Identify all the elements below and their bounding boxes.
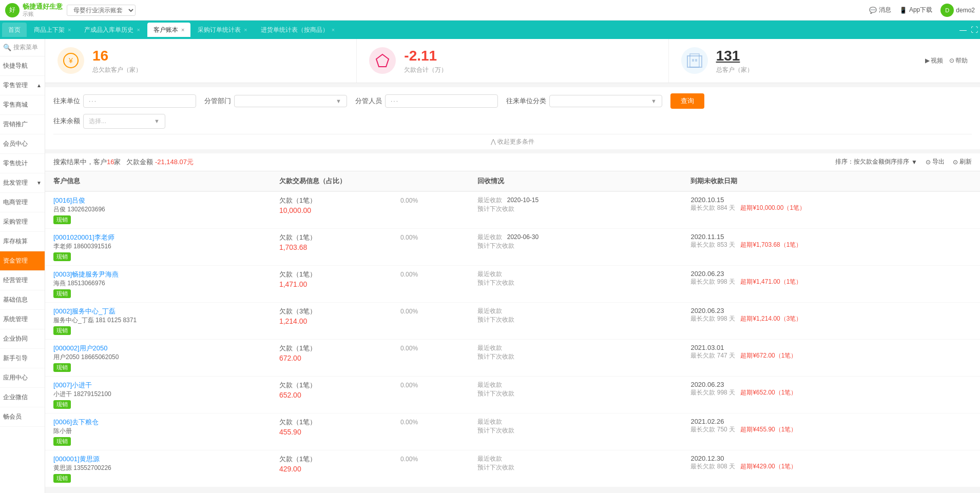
sidebar-item-basic-info[interactable]: 基础信息 bbox=[0, 290, 45, 310]
debt-amount[interactable]: 672.00 bbox=[279, 354, 384, 362]
sidebar-item-retail-shop[interactable]: 零售商城 bbox=[0, 95, 45, 115]
overdue-link[interactable]: 超期¥1,214.00（3笔） bbox=[740, 315, 802, 322]
sidebar-item-ecommerce[interactable]: 电商管理 bbox=[0, 193, 45, 212]
close-icon[interactable]: × bbox=[68, 27, 71, 33]
sidebar-item-finance[interactable]: 资金管理 bbox=[0, 251, 45, 271]
debt-amount[interactable]: 1,703.68 bbox=[279, 243, 384, 251]
wholesale-label: 批发管理 bbox=[3, 179, 28, 187]
video-label: 视频 bbox=[931, 56, 943, 65]
collapse-filter-btn[interactable]: ⋀ 收起更多条件 bbox=[53, 134, 972, 149]
app-download-action[interactable]: 📱 App下载 bbox=[899, 6, 932, 14]
person-input[interactable]: ··· bbox=[385, 94, 498, 108]
tab-home-label: 首页 bbox=[8, 26, 21, 34]
video-action[interactable]: ▶ 视频 bbox=[925, 56, 943, 65]
close-icon[interactable]: × bbox=[181, 27, 184, 33]
customer-name[interactable]: [0007]小进干 bbox=[53, 381, 263, 390]
close-icon[interactable]: × bbox=[244, 27, 247, 33]
minimize-icon[interactable]: — bbox=[959, 26, 967, 34]
debt-amount[interactable]: 455.90 bbox=[279, 428, 384, 436]
customer-name[interactable]: [0006]去下粮仓 bbox=[53, 418, 263, 427]
customer-name[interactable]: [0016]吕俊 bbox=[53, 196, 263, 205]
sidebar-item-inventory[interactable]: 库存核算 bbox=[0, 232, 45, 251]
sidebar-item-wechat[interactable]: 企业微信 bbox=[0, 388, 45, 407]
close-icon[interactable]: × bbox=[137, 27, 140, 33]
debt-count: 欠款（1笔） bbox=[279, 270, 384, 279]
sidebar-item-quick-nav[interactable]: 快捷导航 bbox=[0, 56, 45, 76]
balance-select[interactable]: 选择... ▼ bbox=[83, 114, 165, 129]
overdue-link[interactable]: 超期¥672.00（1笔） bbox=[740, 352, 797, 359]
customer-cell: [0006]去下粮仓 陈小册 现销 bbox=[45, 413, 271, 450]
debt-amount-summary: -21,148.07元 bbox=[155, 158, 194, 166]
source-unit-input[interactable]: ··· bbox=[83, 94, 196, 108]
tab-customer-account[interactable]: 客户账本 × bbox=[147, 23, 190, 37]
customer-name[interactable]: [0003]畅捷服务尹海燕 bbox=[53, 270, 263, 279]
sidebar-item-business[interactable]: 经营管理 bbox=[0, 271, 45, 290]
collect-cell: 最近收款 预计下次收款 bbox=[469, 450, 645, 487]
debt-amount[interactable]: 1,471.00 bbox=[279, 280, 384, 288]
tab-goods-stats[interactable]: 进货单统计表（按商品） × bbox=[255, 23, 341, 37]
sidebar-item-member[interactable]: 会员中心 bbox=[0, 134, 45, 154]
filter-dots: ··· bbox=[391, 97, 399, 105]
customer-name[interactable]: [000001]黄思源 bbox=[53, 455, 263, 464]
help-action[interactable]: ⊙ 帮助 bbox=[949, 56, 968, 65]
customer-name[interactable]: [0002]服务中心_丁磊 bbox=[53, 307, 263, 316]
filter-balance: 往来余额 选择... ▼ bbox=[53, 114, 165, 129]
sidebar-item-retail-stats[interactable]: 零售统计 bbox=[0, 154, 45, 173]
sidebar-item-system[interactable]: 系统管理 bbox=[0, 310, 45, 329]
industry-selector[interactable]: 母婴行业演示账套 bbox=[67, 5, 136, 16]
sidebar-item-retail-mgmt[interactable]: 零售管理 ▲ bbox=[0, 76, 45, 95]
customer-cell: [0007]小进干 小进干 18279152100 现销 bbox=[45, 376, 271, 413]
sidebar: 🔍 搜索菜单 快捷导航 零售管理 ▲ 零售商城 营销推广 会员中心 零售统计 批… bbox=[0, 39, 45, 493]
debt-amount[interactable]: 652.00 bbox=[279, 391, 384, 399]
query-button[interactable]: 查询 bbox=[670, 93, 704, 109]
tab-purchase-stats[interactable]: 采购订单统计表 × bbox=[191, 23, 253, 37]
stat-card-total-customers: 131 总客户（家） ▶ 视频 ⊙ 帮助 bbox=[669, 39, 980, 83]
tab-production-history[interactable]: 产成品入库单历史 × bbox=[78, 23, 146, 37]
tab-home[interactable]: 首页 bbox=[2, 23, 27, 37]
logo-area: 好 畅捷通好生意 示账 bbox=[5, 3, 63, 17]
maximize-icon[interactable]: ⛶ bbox=[971, 26, 978, 34]
close-icon[interactable]: × bbox=[332, 27, 335, 33]
refresh-action[interactable]: ⊙ 刷新 bbox=[953, 157, 972, 166]
overdue-link[interactable]: 超期¥1,703.68（1笔） bbox=[740, 241, 802, 248]
customer-name[interactable]: [0001020001]李老师 bbox=[53, 233, 263, 242]
sidebar-item-newbie[interactable]: 新手引导 bbox=[0, 349, 45, 368]
unit-category-select[interactable]: ▼ bbox=[549, 95, 662, 107]
tab-product-listing[interactable]: 商品上下架 × bbox=[28, 23, 77, 37]
next-collect: 预计下次收款 bbox=[477, 205, 637, 213]
sidebar-item-wholesale[interactable]: 批发管理 ▼ bbox=[0, 173, 45, 193]
overdue-link[interactable]: 超期¥10,000.00（1笔） bbox=[740, 204, 805, 211]
sidebar-item-purchase[interactable]: 采购管理 bbox=[0, 212, 45, 232]
purchase-label: 采购管理 bbox=[3, 218, 28, 226]
debt-amount[interactable]: 429.00 bbox=[279, 465, 384, 473]
person-label: 分管人员 bbox=[355, 96, 382, 106]
debt-info-cell: 欠款（1笔） 455.90 bbox=[271, 413, 392, 450]
customer-name[interactable]: [000002]用户2050 bbox=[53, 344, 263, 353]
filter-dept: 分管部门 ▼ bbox=[204, 95, 347, 107]
col-header-customer: 客户信息 bbox=[45, 171, 271, 191]
overdue-link[interactable]: 超期¥455.90（1笔） bbox=[740, 426, 797, 433]
overdue-link[interactable]: 超期¥429.00（1笔） bbox=[740, 463, 797, 470]
avatar: D bbox=[940, 4, 954, 17]
overdue-link[interactable]: 超期¥652.00（1笔） bbox=[740, 389, 797, 396]
sort-selector[interactable]: 排序：按欠款金额倒序排序 ▼ bbox=[835, 157, 917, 166]
sidebar-item-member2[interactable]: 畅会员 bbox=[0, 407, 45, 427]
collect-cell: 最近收款 预计下次收款 bbox=[469, 339, 645, 376]
user-action[interactable]: D demo2 bbox=[940, 4, 975, 17]
debt-info-cell: 欠款（1笔） 10,000.00 bbox=[271, 191, 392, 229]
sidebar-item-enterprise[interactable]: 企业协同 bbox=[0, 329, 45, 349]
export-action[interactable]: ⊙ 导出 bbox=[926, 157, 945, 166]
dept-select[interactable]: ▼ bbox=[234, 95, 347, 107]
sidebar-search[interactable]: 🔍 搜索菜单 bbox=[0, 39, 45, 56]
overdue-link[interactable]: 超期¥1,471.00（1笔） bbox=[740, 278, 802, 285]
overdue-days: 最长欠款 998 天 bbox=[690, 278, 738, 285]
message-action[interactable]: 💬 消息 bbox=[869, 6, 891, 14]
svg-text:¥: ¥ bbox=[68, 56, 73, 65]
last-collect: 最近收款 bbox=[477, 455, 637, 463]
customer-cell: [0001020001]李老师 李老师 18600391516 现销 bbox=[45, 228, 271, 265]
sidebar-item-app-center[interactable]: 应用中心 bbox=[0, 368, 45, 388]
debt-amount[interactable]: 1,214.00 bbox=[279, 317, 384, 325]
overdue-days: 最长欠款 998 天 bbox=[690, 315, 738, 322]
debt-amount[interactable]: 10,000.00 bbox=[279, 206, 384, 214]
sidebar-item-marketing[interactable]: 营销推广 bbox=[0, 115, 45, 134]
